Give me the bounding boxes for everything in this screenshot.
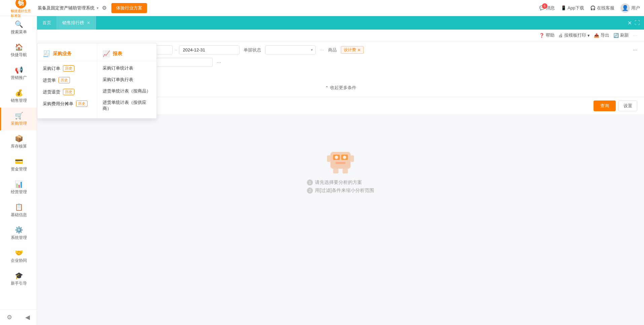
- goods-tag-container: 设计费 ✕: [341, 46, 629, 54]
- dropdown-item-incoming-return[interactable]: 进货退货 历史: [37, 86, 97, 98]
- brand-name: 畅捷通好生意 标准版: [11, 9, 31, 18]
- salesperson-more-button[interactable]: ⋯: [217, 60, 221, 65]
- app-download-button[interactable]: 📱 App下载: [561, 5, 584, 11]
- sidebar-collapse-button[interactable]: ◀: [25, 314, 30, 321]
- basic-icon: 📋: [15, 203, 23, 211]
- history-badge: 历史: [76, 100, 87, 107]
- enterprise-icon: 🤝: [15, 249, 23, 257]
- goods-filter-tag: 设计费 ✕: [341, 46, 364, 54]
- dropdown-item-purchase-order[interactable]: 采购订单 历史: [37, 63, 97, 74]
- page-content: 🧾 采购业务 采购订单 历史 进货单 历史 进货退货 历史: [37, 30, 644, 325]
- settings-icon[interactable]: ⚙: [102, 5, 107, 11]
- sidebar-item-label: 营销推广: [11, 75, 27, 81]
- tab-home[interactable]: 首页: [37, 16, 57, 30]
- toolbar-row: ❓ 帮助 🖨 按模板打印 ▾ 📤 导出 🔄 刷新 ⋯: [37, 30, 644, 41]
- empty-step-1: 1 请先选择要分析的方案: [307, 179, 362, 186]
- dropdown-purchase-business-col: 🧾 采购业务 采购订单 历史 进货单 历史 进货退货 历史: [37, 43, 97, 118]
- sidebar-item-sales[interactable]: 💰 销售管理: [0, 85, 37, 108]
- dropdown-item-incoming-stat-goods[interactable]: 进货单统计表（按商品）: [97, 85, 157, 97]
- sidebar-item-search[interactable]: 🔍 搜索菜单: [0, 16, 37, 39]
- tab-close-all-icon[interactable]: ✕: [628, 20, 632, 26]
- help-button[interactable]: ❓ 帮助: [539, 32, 554, 38]
- goods-label: 商品: [328, 47, 337, 53]
- message-button[interactable]: 💬 6 消息: [539, 5, 555, 11]
- sidebar-item-label: 快捷导航: [11, 52, 27, 58]
- settings-small-button[interactable]: 设置: [618, 100, 637, 111]
- incoming-stat-goods-label: 进货单统计表（按商品）: [103, 88, 151, 94]
- dropdown-item-purchase-fee[interactable]: 采购费用分摊单 历史: [37, 98, 97, 110]
- sidebar-settings-button[interactable]: ⚙: [7, 314, 12, 321]
- tab-close-icon[interactable]: ✕: [87, 21, 90, 25]
- sidebar-item-label: 搜索菜单: [11, 29, 27, 35]
- sidebar-item-capital[interactable]: 💳 资金管理: [0, 153, 37, 176]
- history-badge: 历史: [59, 77, 70, 83]
- sidebar-item-newbie[interactable]: 🎓 新手引导: [0, 268, 37, 290]
- tab-fullscreen-icon[interactable]: ⛶: [635, 20, 640, 26]
- more-options-button[interactable]: ⋯: [633, 47, 637, 52]
- sidebar-item-label: 企业协同: [11, 258, 27, 263]
- svg-rect-6: [333, 169, 338, 173]
- trial-button[interactable]: 体验行业方案: [111, 3, 147, 13]
- svg-point-9: [343, 156, 346, 159]
- export-button[interactable]: 📤 导出: [594, 32, 609, 38]
- svg-rect-4: [327, 155, 330, 162]
- search-icon: 🔍: [15, 20, 23, 28]
- print-arrow-icon[interactable]: ▾: [587, 33, 590, 38]
- collapse-label: 收起更多条件: [330, 85, 356, 91]
- status-select[interactable]: [265, 45, 316, 54]
- refresh-icon: 🔄: [613, 33, 619, 38]
- tab-bar: 首页 销售排行榜 ✕ ✕ ⛶: [37, 16, 644, 30]
- phone-icon: 📱: [561, 5, 566, 10]
- dropdown-item-purchase-order-exec[interactable]: 采购订单执行表: [97, 74, 157, 85]
- home-icon: 🏠: [15, 43, 23, 51]
- sidebar-footer: ⚙ ◀: [0, 309, 37, 325]
- step-number-1: 1: [307, 179, 313, 186]
- online-service-button[interactable]: 🎧 在线客服: [590, 5, 614, 11]
- tab-sales-ranking[interactable]: 销售排行榜 ✕: [57, 16, 96, 30]
- capital-icon: 💳: [15, 157, 23, 165]
- sidebar-item-purchase[interactable]: 🛒 采购管理: [0, 108, 37, 130]
- headset-icon: 🎧: [590, 5, 596, 10]
- sidebar-item-label: 销售管理: [11, 98, 27, 104]
- print-button[interactable]: 🖨 按模板打印 ▾: [559, 32, 590, 38]
- purchase-dropdown-menu: 🧾 采购业务 采购订单 历史 进货单 历史 进货退货 历史: [37, 43, 157, 119]
- query-button[interactable]: 查询: [594, 100, 616, 111]
- purchase-business-icon: 🧾: [43, 50, 50, 57]
- date-separator: ~: [175, 47, 177, 52]
- purchase-order-stat-label: 采购订单统计表: [103, 65, 133, 71]
- dropdown-item-incoming-stat-supplier[interactable]: 进货单统计表（按供应商）: [97, 97, 157, 114]
- logo-icon: 畅: [15, 0, 26, 8]
- sidebar-item-operation[interactable]: 📊 经营管理: [0, 176, 37, 199]
- collapse-up-icon: ⌃: [325, 85, 329, 90]
- purchase-icon: 🛒: [15, 112, 23, 120]
- sidebar-item-enterprise[interactable]: 🤝 企业协同: [0, 245, 37, 268]
- top-nav-right: 💬 6 消息 📱 App下载 🎧 在线客服 👤 用户: [539, 3, 640, 13]
- sidebar-item-system[interactable]: ⚙️ 系统管理: [0, 222, 37, 245]
- empty-step2-text: 用[过滤]条件来缩小分析范围: [315, 188, 374, 194]
- sidebar-item-marketing[interactable]: 📢 营销推广: [0, 62, 37, 85]
- dropdown-item-incoming[interactable]: 进货单 历史: [37, 74, 97, 86]
- sidebar-item-label: 系统管理: [11, 235, 27, 241]
- refresh-button[interactable]: 🔄 刷新: [613, 32, 629, 38]
- empty-step-2: 2 用[过滤]条件来缩小分析范围: [307, 188, 374, 194]
- chevron-down-icon[interactable]: ▾: [97, 6, 99, 10]
- dropdown-report-col: 📈 报表 采购订单统计表 采购订单执行表 进货单统计表（按商品） 进货单统计表（…: [97, 43, 157, 118]
- sidebar-item-basic[interactable]: 📋 基础信息: [0, 199, 37, 222]
- sidebar-item-label: 经营管理: [11, 189, 27, 195]
- sidebar-item-inventory[interactable]: 📦 库存核算: [0, 130, 37, 153]
- goods-tag-close[interactable]: ✕: [357, 48, 361, 52]
- system-title-area: 装备及固定资产辅助管理系统 ▾ ⚙ 体验行业方案: [38, 3, 539, 13]
- sidebar-item-quicknav[interactable]: 🏠 快捷导航: [0, 39, 37, 62]
- step-number-2: 2: [307, 188, 313, 194]
- status-label: 单据状态: [244, 47, 261, 53]
- date-end-input[interactable]: [179, 45, 240, 54]
- export-icon: 📤: [594, 33, 599, 38]
- user-button[interactable]: 👤 用户: [620, 3, 640, 13]
- history-badge: 历史: [63, 65, 74, 72]
- svg-rect-7: [343, 169, 348, 173]
- content-area: 首页 销售排行榜 ✕ ✕ ⛶ 🧾 采购业务: [37, 16, 644, 325]
- sidebar: 🔍 搜索菜单 🏠 快捷导航 📢 营销推广 💰 销售管理 🛒 采购管理 📦 库存核…: [0, 16, 37, 325]
- refresh-label: 刷新: [620, 32, 629, 38]
- dropdown-item-purchase-order-stat[interactable]: 采购订单统计表: [97, 63, 157, 74]
- logo-area: 畅 畅捷通好生意 标准版: [4, 0, 38, 18]
